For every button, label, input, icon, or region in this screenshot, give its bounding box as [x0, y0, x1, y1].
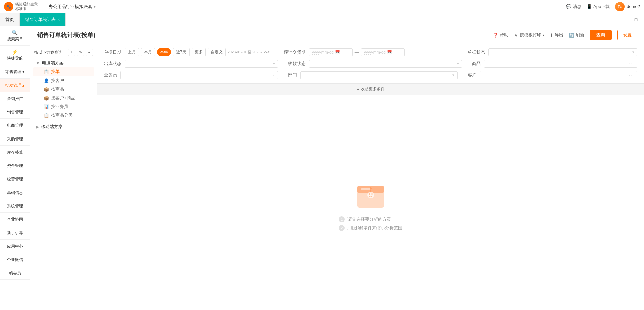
- tab-maximize-btn[interactable]: □: [632, 16, 640, 24]
- scheme-edit-btn[interactable]: ✎: [77, 49, 84, 56]
- scheme-item-icon: 📋: [44, 69, 49, 74]
- right-area: 单据日期 上月 本月 本年 近7天 更多 自定义 2023-01-01 至 20…: [97, 44, 644, 310]
- tab-close-btn[interactable]: ×: [58, 17, 60, 22]
- sidebar-item-newbie[interactable]: 新手引导: [0, 226, 30, 240]
- logo-text: 畅捷通好生意 标准版: [15, 2, 38, 11]
- scheme-item-by-order[interactable]: 📋 按单: [33, 67, 94, 76]
- scheme-collapse-btn[interactable]: «: [86, 49, 93, 56]
- sidebar-item-purchase[interactable]: 采购管理: [0, 132, 30, 146]
- date-btn-last-month[interactable]: 上月: [125, 48, 139, 56]
- empty-hints: 1 请先选择要分析的方案 2 用[过滤]条件来缩小分析范围: [339, 216, 402, 231]
- message-btn[interactable]: 💬 消息: [566, 4, 581, 10]
- date-filter-group: 上月 本月 本年 近7天 更多 自定义 2023-01-01 至 2023-12…: [125, 48, 274, 56]
- delivery-select[interactable]: ▾: [125, 60, 278, 68]
- calendar-icon-2: 📅: [387, 50, 392, 55]
- tab-sales-order[interactable]: 销售订单统计表 ×: [20, 13, 66, 26]
- date-btn-this-year[interactable]: 本年: [157, 48, 171, 56]
- date-btn-last-7days[interactable]: 近7天: [173, 48, 190, 56]
- scheme-add-btn[interactable]: +: [68, 49, 75, 56]
- avatar: Ea: [615, 2, 625, 11]
- sidebar-item-member[interactable]: 畅会员: [0, 266, 30, 280]
- export-icon: ⬇: [550, 33, 553, 38]
- date-btn-this-month[interactable]: 本月: [141, 48, 155, 56]
- help-btn[interactable]: ❓ 帮助: [493, 32, 508, 38]
- page-actions: ❓ 帮助 🖨 按模板打印 ▾ ⬇ 导出 🔄 刷新 查询 设置: [493, 30, 637, 40]
- salesperson-select[interactable]: ···: [120, 71, 278, 79]
- main-layout: 🔍 搜索菜单 ⚡ 快捷导航 零售管理 ▾ 批发管理 ▴ 营销推广 销售管理 电商…: [0, 26, 644, 310]
- collapse-icon: ∧: [357, 87, 359, 91]
- date-btn-more[interactable]: 更多: [192, 48, 206, 56]
- topbar-right: 💬 消息 📱 App下载 Ea demo2: [566, 2, 640, 11]
- sidebar-item-inventory[interactable]: 库存核算: [0, 146, 30, 159]
- goods-select[interactable]: ···: [484, 60, 637, 68]
- scheme-panel: 按以下方案查询 + ✎ « ▼ 电脑端方案 📋: [30, 44, 97, 310]
- title-dropdown-icon[interactable]: ▾: [94, 4, 96, 9]
- svg-point-5: [371, 193, 373, 195]
- expected-date-start[interactable]: yyyy-mm-dd 📅: [309, 48, 353, 56]
- scheme-customer-icon: 👤: [44, 78, 49, 83]
- export-btn[interactable]: ⬇ 导出: [550, 32, 564, 38]
- hint-num-2: 2: [339, 225, 345, 231]
- query-button[interactable]: 查询: [590, 30, 612, 40]
- tab-home[interactable]: 首页: [0, 13, 20, 26]
- payment-select[interactable]: ▾: [309, 60, 462, 68]
- logo-icon: 🐾: [4, 2, 13, 11]
- app-icon: 📱: [587, 4, 592, 9]
- user-area[interactable]: Ea demo2: [615, 2, 640, 11]
- sidebar-item-corp[interactable]: 企业协同: [0, 213, 30, 226]
- refresh-btn[interactable]: 🔄 刷新: [569, 32, 584, 38]
- sidebar-item-retail[interactable]: 零售管理 ▾: [0, 65, 30, 79]
- sidebar-item-quicknav[interactable]: ⚡ 快捷导航: [0, 46, 30, 65]
- status-select[interactable]: ▾: [488, 48, 637, 56]
- sidebar-item-sales[interactable]: 销售管理: [0, 105, 30, 119]
- scheme-mobile-section[interactable]: ▶ 移动端方案: [33, 122, 94, 131]
- tab-controls: ─ □: [621, 16, 644, 24]
- scheme-pc-triangle-icon: ▼: [36, 61, 40, 66]
- tab-minimize-btn[interactable]: ─: [621, 16, 629, 24]
- quicknav-icon: ⚡: [12, 49, 18, 55]
- empty-hint-1: 1 请先选择要分析的方案: [339, 216, 402, 222]
- filter-row-1: 单据日期 上月 本月 本年 近7天 更多 自定义 2023-01-01 至 20…: [104, 48, 637, 56]
- expected-date-end[interactable]: yyyy-mm-dd 📅: [361, 48, 405, 56]
- filter-rows: 单据日期 上月 本月 本年 近7天 更多 自定义 2023-01-01 至 20…: [97, 44, 644, 84]
- scheme-category-icon: 📋: [44, 113, 49, 118]
- sidebar-item-wechat[interactable]: 企业微信: [0, 253, 30, 266]
- collapse-bar[interactable]: ∧ 收起更多条件: [97, 84, 644, 95]
- scheme-item-by-goods[interactable]: 📦 按商品: [33, 85, 94, 94]
- topbar-title[interactable]: 办公用品行业模拟账套 ▾: [49, 4, 96, 10]
- delivery-dropdown-icon: ▾: [273, 62, 275, 66]
- scheme-item-by-salesperson[interactable]: 📊 按业务员: [33, 102, 94, 111]
- search-icon: 🔍: [12, 30, 18, 36]
- sidebar-item-ecommerce[interactable]: 电商管理: [0, 119, 30, 132]
- page-title: 销售订单统计表(按单): [37, 31, 95, 39]
- app-download-btn[interactable]: 📱 App下载: [587, 4, 610, 10]
- scheme-panel-header: 按以下方案查询 + ✎ «: [30, 47, 97, 59]
- customer-select[interactable]: ···: [480, 71, 637, 79]
- print-icon: 🖨: [514, 33, 518, 38]
- sidebar-item-wholesale[interactable]: 批发管理 ▴: [0, 79, 30, 92]
- empty-svg: [349, 174, 392, 211]
- sidebar-item-marketing[interactable]: 营销推广: [0, 92, 30, 105]
- dept-select[interactable]: ▾: [300, 71, 458, 79]
- sidebar-item-operation[interactable]: 经营管理: [0, 172, 30, 186]
- print-dropdown-icon: ▾: [543, 33, 544, 37]
- scheme-pc-section[interactable]: ▼ 电脑端方案: [33, 59, 94, 67]
- payment-dropdown-icon: ▾: [457, 62, 459, 66]
- scheme-item-by-category[interactable]: 📋 按商品分类: [33, 111, 94, 120]
- settings-button[interactable]: 设置: [617, 30, 637, 40]
- print-btn[interactable]: 🖨 按模板打印 ▾: [514, 32, 544, 38]
- sidebar-item-system[interactable]: 系统管理: [0, 199, 30, 213]
- sidebar-item-search[interactable]: 🔍 搜索菜单: [0, 26, 30, 46]
- scheme-item-by-customer-goods[interactable]: 📦 按客户+商品: [33, 94, 94, 102]
- svg-point-7: [370, 187, 372, 189]
- goods-dots-icon: ···: [629, 61, 634, 66]
- date-btn-custom[interactable]: 自定义: [208, 48, 226, 56]
- expected-date-group: yyyy-mm-dd 📅 — yyyy-mm-dd 📅: [309, 48, 458, 56]
- refresh-icon: 🔄: [569, 33, 574, 38]
- topbar-left: 🐾 畅捷通好生意 标准版 办公用品行业模拟账套 ▾: [4, 2, 96, 11]
- sidebar-item-apps[interactable]: 应用中心: [0, 240, 30, 253]
- scheme-item-by-customer[interactable]: 👤 按客户: [33, 76, 94, 85]
- scheme-cg-icon: 📦: [44, 96, 49, 101]
- sidebar-item-basic[interactable]: 基础信息: [0, 186, 30, 199]
- sidebar-item-finance[interactable]: 资金管理: [0, 159, 30, 172]
